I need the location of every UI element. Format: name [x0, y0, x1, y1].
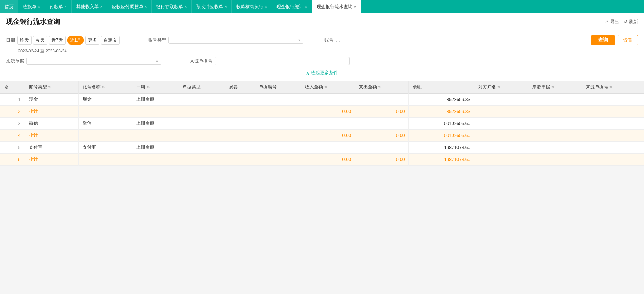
col-income[interactable]: 收入金额 ⇅: [301, 81, 355, 94]
row-date: 上期余额: [132, 118, 179, 130]
tab-label-5: 预收冲应收单: [196, 4, 223, 10]
close-icon-3[interactable]: ×: [145, 5, 147, 9]
col-account-type[interactable]: 账号类型 ⇅: [25, 81, 78, 94]
collapse-bar[interactable]: ∧ 收起更多条件: [6, 68, 638, 78]
nav-tab-1[interactable]: 付款单 ×: [45, 0, 72, 13]
row-doc-type: [179, 106, 225, 118]
row-date: 上期余额: [132, 142, 179, 154]
row-doc-type: [179, 94, 225, 106]
sort-icon-counterparty: ⇅: [497, 85, 500, 89]
source-doc-select[interactable]: ▾: [26, 58, 161, 65]
col-doc-no-label: 单据编号: [259, 84, 277, 90]
table-row: 5支付宝支付宝上期余额19871073.60: [0, 142, 644, 154]
row-account-name: 微信: [78, 118, 132, 130]
row-doc-no: [255, 118, 301, 130]
source-doc-no-label: 来源单据号: [190, 58, 212, 64]
nav-tab-3[interactable]: 应收应付调整单 ×: [107, 0, 152, 13]
nav-tab-8[interactable]: 现金银行流水查询 ×: [312, 0, 361, 13]
close-icon-7[interactable]: ×: [305, 5, 307, 9]
close-icon-2[interactable]: ×: [100, 5, 102, 9]
date-btn-yesterday[interactable]: 昨天: [17, 36, 32, 45]
row-source-doc: [528, 118, 582, 130]
row-doc-no: [255, 94, 301, 106]
source-doc-no-input[interactable]: [215, 57, 350, 65]
close-icon-4[interactable]: ×: [185, 5, 187, 9]
nav-tab-2[interactable]: 其他收入单 ×: [72, 0, 107, 13]
date-buttons: 昨天 今天 近7天 近1月 更多 自定义: [17, 36, 120, 45]
row-source-doc: [528, 130, 582, 142]
row-gear: [0, 154, 14, 166]
account-dots[interactable]: ...: [336, 37, 340, 43]
row-doc-type: [179, 118, 225, 130]
page-header: 现金银行流水查询 ↗ 导出 ↺ 刷新: [0, 13, 644, 30]
refresh-button[interactable]: ↺ 刷新: [624, 19, 638, 25]
date-label: 日期: [6, 37, 15, 43]
col-date[interactable]: 日期 ⇅: [132, 81, 179, 94]
row-expense: 0.00: [355, 130, 408, 142]
nav-tab-4[interactable]: 银行存取款单 ×: [152, 0, 192, 13]
query-button[interactable]: 查询: [591, 35, 615, 45]
row-account-type: 现金: [25, 94, 78, 106]
row-source-doc-no: [582, 94, 644, 106]
col-counterparty[interactable]: 对方户名 ⇅: [474, 81, 528, 94]
date-btn-7days[interactable]: 近7天: [49, 36, 66, 45]
tab-label-3: 应收应付调整单: [112, 4, 143, 10]
col-source-doc[interactable]: 来源单据 ⇅: [528, 81, 582, 94]
source-doc-chevron-icon: ▾: [156, 59, 158, 63]
close-icon-1[interactable]: ×: [65, 5, 67, 9]
close-icon-5[interactable]: ×: [225, 5, 227, 9]
row-account-name: 现金: [78, 94, 132, 106]
col-balance: 余额: [409, 81, 474, 94]
gear-icon[interactable]: ⚙: [5, 85, 9, 90]
nav-tab-7[interactable]: 现金银行统计 ×: [272, 0, 312, 13]
table-header-row: ⚙ 账号类型 ⇅ 账号名称 ⇅ 日期 ⇅ 单据类型: [0, 81, 644, 94]
nav-tab-5[interactable]: 预收冲应收单 ×: [192, 0, 232, 13]
col-doc-type: 单据类型: [179, 81, 225, 94]
row-num: 3: [14, 118, 25, 130]
row-gear: [0, 118, 14, 130]
refresh-label: 刷新: [629, 19, 638, 25]
settings-button[interactable]: 设置: [618, 35, 638, 45]
col-counterparty-label: 对方户名: [478, 84, 496, 90]
account-type-select[interactable]: ▾: [168, 37, 303, 44]
date-btn-1month[interactable]: 近1月: [67, 36, 84, 45]
filter-row-2: 来源单据 ▾ 来源单据号: [6, 57, 638, 65]
row-doc-no: [255, 130, 301, 142]
col-gear[interactable]: ⚙: [0, 81, 14, 94]
date-btn-today[interactable]: 今天: [33, 36, 47, 45]
sort-icon-source-doc: ⇅: [551, 85, 554, 89]
row-gear: [0, 130, 14, 142]
row-expense: [355, 142, 408, 154]
tab-label-7: 现金银行统计: [276, 4, 303, 10]
col-expense[interactable]: 支出金额 ⇅: [355, 81, 408, 94]
row-account-name: [78, 106, 132, 118]
row-balance: -3528659.33: [409, 94, 474, 106]
close-icon-0[interactable]: ×: [38, 5, 40, 9]
source-doc-no-filter-group: 来源单据号: [190, 57, 350, 65]
row-doc-type: [179, 154, 225, 166]
nav-home[interactable]: 首页: [0, 0, 18, 13]
col-account-name[interactable]: 账号名称 ⇅: [78, 81, 132, 94]
account-label: 账号: [324, 37, 333, 43]
row-balance: 19871073.60: [409, 154, 474, 166]
close-icon-8[interactable]: ×: [354, 5, 356, 9]
col-num: [14, 81, 25, 94]
export-button[interactable]: ↗ 导出: [605, 19, 619, 25]
row-date: [132, 154, 179, 166]
row-source-doc-no: [582, 142, 644, 154]
nav-tab-6[interactable]: 收款核销执行 ×: [232, 0, 272, 13]
table-row: 6小计0.000.0019871073.60: [0, 154, 644, 166]
chevron-down-icon: ▾: [298, 38, 300, 42]
row-counterparty: [474, 94, 528, 106]
date-btn-more[interactable]: 更多: [85, 36, 99, 45]
date-btn-custom[interactable]: 自定义: [101, 36, 120, 45]
close-icon-6[interactable]: ×: [265, 5, 267, 9]
row-doc-no: [255, 154, 301, 166]
col-source-doc-no[interactable]: 来源单据号 ⇅: [582, 81, 644, 94]
date-range-text: 2023-02-24 至 2023-03-24: [18, 49, 67, 53]
export-icon: ↗: [605, 19, 609, 24]
row-summary: [225, 118, 255, 130]
date-range-display: 2023-02-24 至 2023-03-24: [17, 48, 638, 54]
home-label: 首页: [5, 4, 14, 10]
nav-tab-0[interactable]: 收款单 ×: [18, 0, 45, 13]
